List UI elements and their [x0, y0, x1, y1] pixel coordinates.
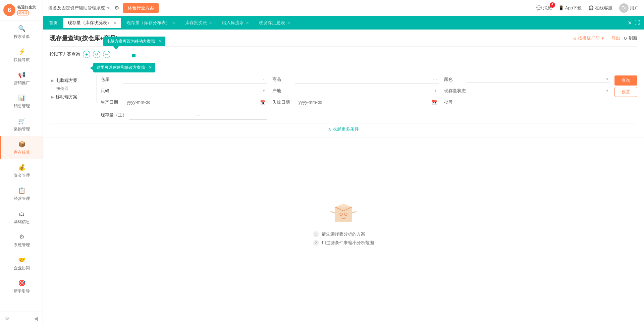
- sidebar-item-inventory[interactable]: 📦 库存核算: [0, 136, 43, 159]
- trial-button[interactable]: 体验行业方案: [123, 3, 159, 13]
- sidebar-item-system[interactable]: ⚙ 系统管理: [0, 229, 43, 252]
- sidebar-item-label: 资金管理: [14, 173, 30, 178]
- refresh-button[interactable]: ↻ 刷新: [624, 35, 637, 41]
- tab-close-stock-status[interactable]: ✕: [113, 21, 116, 25]
- sidebar-item-marketing[interactable]: 📢 营销推广: [0, 67, 43, 90]
- system-name-dropdown[interactable]: 装备及固定资产辅助管理系统 ▼: [48, 5, 110, 11]
- warehouse-select[interactable]: ···: [123, 75, 267, 84]
- size-chevron-icon[interactable]: ▼: [262, 89, 266, 93]
- user-item[interactable]: Ea 用户: [619, 3, 639, 13]
- online-support-item[interactable]: 🎧 在线客服: [588, 5, 612, 11]
- expire-date-label: 失效日期: [272, 99, 292, 105]
- tab-close-stock-dist[interactable]: ✕: [172, 21, 175, 25]
- sidebar-item-label: 新手引导: [14, 288, 30, 294]
- goods-label: 商品: [272, 76, 292, 83]
- tab-batch-ledger-label: 库存批次账: [185, 20, 207, 26]
- sidebar-item-sales[interactable]: 📊 销售管理: [0, 90, 43, 113]
- export-button[interactable]: ↑ 导出: [608, 35, 621, 41]
- filter-main: 仓库 ··· 商品: [101, 75, 610, 123]
- sidebar-item-label: 经营管理: [14, 196, 30, 202]
- sidebar: 6 畅通好生意 标准版 🔍 搜索菜单 ⚡ 快捷导航 📢 营销推广 📊 销售管理 …: [0, 0, 43, 325]
- search-button[interactable]: 查询: [614, 75, 637, 86]
- empty-tip-2: 2 用过滤条件来缩小分析范围: [313, 240, 374, 246]
- tab-receive-summary[interactable]: 收发存汇总表 ✕: [254, 18, 295, 28]
- top-header: 装备及固定资产辅助管理系统 ▼ ⚙ 体验行业方案 💬 6 消息 📱 App下载 …: [43, 0, 644, 16]
- marketing-icon: 📢: [18, 71, 26, 79]
- origin-select[interactable]: ▼: [295, 87, 439, 94]
- purchase-icon: 🛒: [18, 117, 26, 125]
- tab-inout-flow-label: 出入库流水: [222, 20, 244, 26]
- app-download-item[interactable]: 📱 App下载: [558, 5, 582, 11]
- sidebar-item-purchase[interactable]: 🛒 采购管理: [0, 113, 43, 136]
- stock-status-label: 现存量状态: [444, 88, 466, 94]
- filter-stock-main: 现存量（主） —: [101, 110, 267, 120]
- goods-select[interactable]: ···: [295, 75, 439, 84]
- tooltip1-close[interactable]: ✕: [159, 39, 162, 44]
- warehouse-dots-icon[interactable]: ···: [261, 76, 266, 82]
- add-scheme-btn[interactable]: +: [83, 51, 90, 58]
- expire-date-input[interactable]: [297, 98, 432, 106]
- produce-date-calendar-icon[interactable]: 📅: [260, 100, 266, 105]
- filter-row-3: 生产日期 📅 失效日期: [101, 98, 610, 107]
- sidebar-item-guide[interactable]: 🎯 新手引导: [0, 275, 43, 298]
- sidebar-item-ops[interactable]: 📋 经营管理: [0, 182, 43, 206]
- size-select[interactable]: ▼: [123, 87, 267, 94]
- color-chevron-icon[interactable]: ▼: [605, 77, 609, 81]
- batch-no-input[interactable]: [467, 98, 610, 106]
- scheme-sub-item[interactable]: 按倒回: [56, 85, 94, 93]
- settings-bottom-icon[interactable]: ⚙: [5, 315, 9, 322]
- tab-close-receive-summary[interactable]: ✕: [287, 21, 290, 25]
- main-area: 装备及固定资产辅助管理系统 ▼ ⚙ 体验行业方案 💬 6 消息 📱 App下载 …: [43, 0, 644, 325]
- stock-status-select[interactable]: ▼: [469, 87, 610, 94]
- settings-icon[interactable]: ⚙: [114, 5, 119, 11]
- sidebar-item-quick-nav[interactable]: ⚡ 快捷导航: [0, 44, 43, 67]
- tooltip-scheme-create: 这里可以创建和修改方案哦 ✕: [93, 63, 155, 72]
- sidebar-item-base-info[interactable]: 🗂 基础信息: [0, 206, 43, 229]
- edit-scheme-btn[interactable]: ↺: [93, 51, 100, 58]
- scheme-desktop-sub: 按倒回: [50, 85, 94, 93]
- tab-stock-dist[interactable]: 现存量（库存分布表） ✕: [122, 18, 180, 28]
- message-item[interactable]: 💬 6 消息: [536, 5, 552, 11]
- filter-row-1: 仓库 ··· 商品: [101, 75, 610, 84]
- tab-fullscreen-icon[interactable]: ⛶: [635, 20, 640, 26]
- back-scheme-btn[interactable]: ←: [103, 51, 110, 58]
- stock-main-label: 现存量（主）: [101, 112, 127, 118]
- tab-close-inout-flow[interactable]: ✕: [246, 21, 249, 25]
- stock-main-from-input[interactable]: [131, 111, 193, 119]
- tab-close-batch-ledger[interactable]: ✕: [209, 21, 212, 25]
- dropdown-arrow-icon: ▼: [106, 6, 110, 10]
- logo-icon: 6: [3, 4, 15, 16]
- logo-area: 6 畅通好生意 标准版: [0, 0, 43, 20]
- stock-main-to-input[interactable]: [204, 111, 266, 119]
- scheme-desktop[interactable]: ▶ 电脑端方案: [50, 76, 94, 85]
- color-select[interactable]: ▼: [467, 76, 610, 83]
- origin-chevron-icon[interactable]: ▼: [434, 89, 437, 93]
- produce-date-input[interactable]: [125, 98, 260, 106]
- tab-home[interactable]: 首页: [44, 18, 62, 28]
- empty-illustration: [328, 197, 359, 227]
- svg-line-4: [352, 212, 356, 213]
- header-right: 💬 6 消息 📱 App下载 🎧 在线客服 Ea 用户: [536, 3, 639, 13]
- tab-stock-status[interactable]: 现存量（库存状况表） ✕: [63, 18, 121, 28]
- expire-date-calendar-icon[interactable]: 📅: [432, 100, 437, 105]
- stock-status-chevron-icon[interactable]: ▼: [605, 89, 609, 93]
- sidebar-item-finance[interactable]: 💰 资金管理: [0, 159, 43, 182]
- tab-batch-ledger[interactable]: 库存批次账 ✕: [180, 18, 217, 28]
- tab-close-all-icon[interactable]: ✕: [628, 20, 632, 26]
- quick-nav-icon: ⚡: [18, 48, 26, 56]
- scheme-desktop-label: 电脑端方案: [56, 77, 77, 84]
- print-icon: 🖨: [572, 36, 577, 41]
- sidebar-item-enterprise[interactable]: 🤝 企业协同: [0, 252, 43, 275]
- tab-inout-flow[interactable]: 出入库流水 ✕: [217, 18, 254, 28]
- scheme-mobile[interactable]: ▶ 移动端方案: [50, 93, 94, 101]
- tooltip2-close[interactable]: ✕: [149, 65, 152, 70]
- reset-button[interactable]: 设置: [614, 87, 637, 97]
- sidebar-item-search[interactable]: 🔍 搜索菜单: [0, 20, 43, 44]
- collapse-row[interactable]: ∧ 收起更多条件: [50, 123, 637, 135]
- print-button[interactable]: 🖨 按模板打印 ▼: [572, 35, 605, 41]
- goods-dots-icon[interactable]: ···: [433, 76, 437, 82]
- filter-produce-date: 生产日期 📅: [101, 98, 267, 107]
- filter-row-2: 尺码 ▼ 产地 ▼: [101, 87, 610, 94]
- collapse-sidebar-icon[interactable]: ◀: [34, 315, 38, 322]
- tip-num-1: 1: [313, 231, 319, 237]
